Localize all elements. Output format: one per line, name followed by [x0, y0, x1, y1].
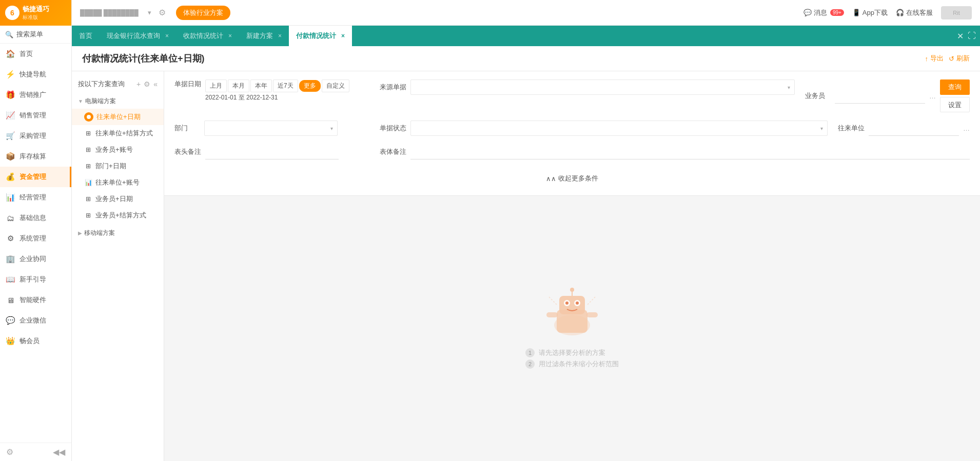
- sidebar-item-finance[interactable]: 💰 资金管理: [0, 167, 71, 187]
- sidebar-item-hardware[interactable]: 🖥 智能硬件: [0, 290, 71, 310]
- sidebar-item-guide[interactable]: 📖 新手引导: [0, 269, 71, 290]
- scheme-item-staff-account[interactable]: ⊞ 业务员+账号: [72, 142, 164, 158]
- tab-receipt-stats-close[interactable]: ×: [228, 32, 232, 39]
- export-btn[interactable]: ↑ 导出: [925, 54, 944, 63]
- filter-row-3: 表头备注 表体备注: [174, 144, 970, 159]
- date-btn-this-month[interactable]: 本月: [228, 79, 249, 92]
- sidebar-item-label: 基础信息: [19, 213, 46, 223]
- sidebar-item-enterprise[interactable]: 🏢 企业协同: [0, 249, 71, 269]
- sidebar-item-system[interactable]: ⚙ 系统管理: [0, 228, 71, 249]
- refresh-btn[interactable]: ↺ 刷新: [949, 54, 970, 63]
- scheme-item-label: 业务员+日期: [95, 194, 133, 204]
- staff-input[interactable]: [835, 88, 925, 104]
- scheme-item-staff-date[interactable]: ⊞ 业务员+日期: [72, 191, 164, 207]
- sidebar-item-member[interactable]: 👑 畅会员: [0, 331, 71, 351]
- header-note-input[interactable]: [205, 144, 339, 159]
- date-btn-more[interactable]: 更多: [299, 80, 321, 92]
- scheme-header-icons: + ⚙ «: [136, 80, 158, 88]
- dept-select[interactable]: ▾: [204, 121, 338, 136]
- sidebar-item-quick-nav[interactable]: ⚡ 快捷导航: [0, 64, 71, 85]
- export-icon: ↑: [925, 55, 929, 63]
- mobile-scheme-section-title[interactable]: ▶ 移动端方案: [72, 226, 164, 240]
- scheme-item-unit-account[interactable]: 📊 往来单位+账号: [72, 174, 164, 191]
- sidebar-item-inventory[interactable]: 📦 库存核算: [0, 146, 71, 167]
- pc-section-label: 电脑端方案: [85, 97, 116, 106]
- sidebar-item-label: 库存核算: [19, 152, 46, 161]
- sidebar-item-purchase[interactable]: 🛒 采购管理: [0, 126, 71, 146]
- scheme-item-label: 业务员+结算方式: [95, 211, 146, 220]
- tab-new-scheme-label: 新建方案: [246, 31, 273, 41]
- tab-new-scheme[interactable]: 新建方案 ×: [239, 26, 289, 46]
- svg-line-13: [587, 297, 595, 305]
- scheme-collapse-icon[interactable]: «: [153, 80, 158, 88]
- search-icon: 🔍: [5, 31, 13, 38]
- settings-btn[interactable]: 设置: [940, 97, 970, 112]
- empty-illustration: [541, 287, 603, 338]
- tab-fullscreen-btn[interactable]: ⛶: [968, 31, 976, 41]
- sidebar-item-home[interactable]: 🏠 首页: [0, 44, 71, 64]
- date-btn-7days[interactable]: 近7天: [273, 79, 298, 92]
- app-download-btn[interactable]: 📱 App下载: [852, 8, 888, 17]
- sidebar-item-marketing[interactable]: 🎁 营销推广: [0, 85, 71, 105]
- related-unit-input[interactable]: [869, 121, 959, 136]
- online-service-btn[interactable]: 🎧 在线客服: [896, 8, 933, 17]
- tab-receipt-stats[interactable]: 收款情况统计 ×: [176, 26, 239, 46]
- sidebar-item-basic-info[interactable]: 🗂 基础信息: [0, 208, 71, 228]
- active-scheme-icon: [84, 112, 93, 122]
- scheme-settings-icon[interactable]: ⚙: [144, 80, 150, 88]
- sidebar-item-weixin[interactable]: 💬 企业微信: [0, 310, 71, 331]
- sidebar-item-label: 经营管理: [19, 193, 46, 202]
- tab-payment-stats-label: 付款情况统计: [296, 31, 336, 41]
- collapse-more-btn[interactable]: ∧∧ 收起更多条件: [542, 170, 602, 187]
- scheme-item-dept-date[interactable]: ⊞ 部门+日期: [72, 158, 164, 174]
- sidebar-item-label: 系统管理: [19, 234, 46, 243]
- tab-payment-stats[interactable]: 付款情况统计 ×: [289, 26, 352, 46]
- scheme-item-unit-settle[interactable]: ⊞ 往来单位+结算方式: [72, 125, 164, 142]
- topbar-title: █████ ████████: [80, 9, 139, 16]
- pc-scheme-section-title[interactable]: ▼ 电脑端方案: [72, 94, 164, 109]
- sidebar-nav: 🏠 首页 ⚡ 快捷导航 🎁 营销推广 📈 销售管理 🛒 采购管理 📦 库存核算 …: [0, 44, 71, 443]
- source-doc-select[interactable]: ▾: [410, 79, 795, 95]
- message-icon: 💬: [803, 9, 812, 16]
- staff-more-icon[interactable]: …: [929, 92, 936, 100]
- tab-home[interactable]: 首页: [72, 26, 100, 46]
- add-scheme-icon[interactable]: +: [136, 80, 141, 88]
- scheme-item-staff-settle[interactable]: ⊞ 业务员+结算方式: [72, 207, 164, 224]
- topbar-expand-icon[interactable]: ▾: [148, 9, 151, 16]
- body-note-input[interactable]: [410, 144, 970, 159]
- tab-close-all-btn[interactable]: ✕: [957, 31, 964, 41]
- tab-new-scheme-close[interactable]: ×: [278, 32, 282, 39]
- tab-cash-bank-close[interactable]: ×: [165, 32, 169, 39]
- related-unit-more-icon[interactable]: …: [963, 125, 970, 132]
- settings-bottom-icon[interactable]: ⚙: [6, 447, 13, 457]
- topbar-settings-icon[interactable]: ⚙: [159, 8, 166, 17]
- robot-svg: [541, 287, 603, 338]
- hint-1: 1 请先选择要分析的方案: [525, 348, 619, 357]
- logo-text: 畅捷通巧 标准版: [23, 5, 49, 21]
- scheme-item-unit-date[interactable]: 往来单位+日期: [72, 109, 164, 125]
- headset-icon: 🎧: [896, 9, 904, 16]
- sidebar-item-operation[interactable]: 📊 经营管理: [0, 187, 71, 208]
- tab-cash-bank[interactable]: 现金银行流水查询 ×: [100, 26, 176, 46]
- related-unit-group: 往来单位 …: [838, 121, 970, 136]
- doc-status-select[interactable]: ▾: [410, 121, 828, 136]
- user-avatar[interactable]: Rit: [941, 6, 972, 19]
- date-label: 单据日期: [174, 79, 201, 89]
- svg-point-5: [565, 302, 569, 305]
- empty-hints: 1 请先选择要分析的方案 2 用过滤条件来缩小分析范围: [525, 348, 619, 371]
- query-btn[interactable]: 查询: [940, 79, 970, 95]
- trial-btn[interactable]: 体验行业方案: [176, 6, 230, 20]
- guide-icon: 📖: [5, 274, 15, 285]
- tab-payment-stats-close[interactable]: ×: [341, 32, 345, 39]
- sidebar-item-label: 新手引导: [19, 275, 46, 284]
- date-btn-this-year[interactable]: 本年: [250, 79, 272, 92]
- date-btn-custom[interactable]: 自定义: [322, 79, 349, 92]
- page-title: 付款情况统计(往来单位+日期): [82, 52, 205, 65]
- notifications-btn[interactable]: 💬 消息 99+: [803, 8, 844, 17]
- collapse-sidebar-icon[interactable]: ◀◀: [53, 447, 65, 457]
- sidebar-item-sales[interactable]: 📈 销售管理: [0, 105, 71, 126]
- sidebar-bottom: ⚙ ◀◀: [0, 443, 71, 461]
- tab-receipt-stats-label: 收款情况统计: [183, 31, 223, 41]
- date-btn-last-month[interactable]: 上月: [205, 79, 227, 92]
- search-menu[interactable]: 🔍 搜索菜单: [0, 26, 71, 44]
